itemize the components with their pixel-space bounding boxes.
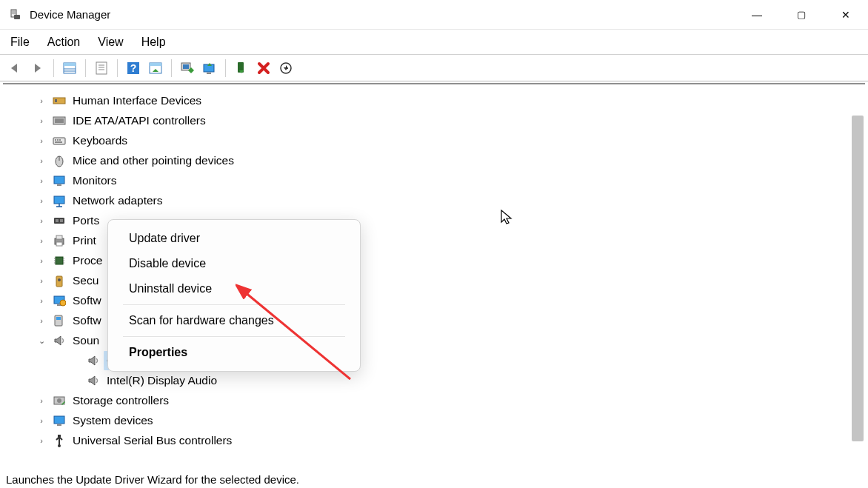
expand-icon[interactable]: › — [36, 195, 47, 207]
collapse-icon[interactable]: ⌄ — [36, 335, 47, 347]
keyboard-icon — [52, 133, 67, 148]
hid-icon — [52, 93, 67, 108]
minimize-button[interactable] — [735, 0, 779, 29]
storage-icon — [52, 393, 67, 408]
expand-icon[interactable]: › — [36, 135, 47, 147]
ide-icon — [52, 113, 67, 128]
tree-label: Mice and other pointing devices — [73, 151, 234, 170]
back-button[interactable] — [6, 59, 25, 78]
statusbar: Launches the Update Driver Wizard for th… — [0, 470, 868, 488]
menu-file[interactable]: File — [10, 36, 30, 49]
titlebar: Device Manager — [0, 0, 868, 30]
forward-button[interactable] — [28, 59, 47, 78]
expand-icon[interactable]: › — [36, 315, 47, 327]
svg-rect-7 — [96, 62, 107, 74]
svg-rect-28 — [59, 139, 61, 141]
tree-label: Soun — [73, 331, 99, 350]
tree-label: Network adapters — [73, 191, 162, 210]
svg-rect-18 — [207, 73, 211, 74]
tree-device[interactable]: Intel(R) Display Audio — [3, 370, 865, 390]
sound-dev-icon — [86, 373, 101, 388]
properties-button[interactable] — [92, 59, 111, 78]
expand-icon[interactable]: › — [36, 95, 47, 107]
close-button[interactable] — [824, 0, 868, 29]
expand-icon[interactable]: › — [36, 235, 47, 247]
scan-hardware-button[interactable] — [178, 59, 197, 78]
expander-spacer — [70, 355, 81, 367]
tree-label: Print — [73, 231, 96, 250]
security-icon — [52, 273, 67, 288]
expand-icon[interactable]: › — [36, 275, 47, 287]
tree-category[interactable]: ›System devices — [3, 410, 865, 430]
tree-label: Ports — [73, 211, 99, 230]
toolbar-separator — [225, 59, 226, 77]
tree-category[interactable]: ›Monitors — [3, 170, 865, 190]
ctx-scan-hardware[interactable]: Scan for hardware changes — [108, 308, 360, 333]
ctx-uninstall-device[interactable]: Uninstall device — [108, 276, 360, 301]
tree-category[interactable]: ›Storage controllers — [3, 390, 865, 410]
tree-label: Secu — [73, 271, 99, 290]
expand-icon[interactable]: › — [36, 415, 47, 427]
tree-label: Softw — [73, 291, 101, 310]
toolbar-separator — [53, 59, 54, 77]
sound-dev-icon — [86, 353, 101, 368]
tree-label: Human Interface Devices — [73, 91, 201, 110]
menu-view[interactable]: View — [98, 36, 123, 49]
usb-icon — [52, 433, 67, 448]
software-icon — [52, 293, 67, 308]
disable-device-button[interactable] — [276, 59, 296, 78]
status-text: Launches the Update Driver Wizard for th… — [6, 473, 299, 486]
ctx-separator — [123, 304, 345, 305]
svg-rect-58 — [57, 424, 61, 426]
expand-icon[interactable]: › — [36, 215, 47, 227]
tree-category[interactable]: ›Network adapters — [3, 190, 865, 210]
expand-icon[interactable]: › — [36, 395, 47, 407]
tree-category[interactable]: ›IDE ATA/ATAPI controllers — [3, 110, 865, 130]
toolbar: ? — [0, 55, 868, 81]
tree-category[interactable]: ›Keyboards — [3, 130, 865, 150]
window-title: Device Manager — [30, 8, 110, 21]
tree-label: Intel(R) Display Audio — [107, 371, 217, 390]
system-icon — [52, 413, 67, 428]
svg-rect-27 — [57, 139, 59, 141]
svg-rect-57 — [54, 416, 64, 424]
expand-icon[interactable]: › — [36, 255, 47, 267]
app-icon — [9, 8, 22, 21]
svg-rect-1 — [12, 10, 16, 14]
scrollbar-thumb[interactable] — [852, 116, 864, 441]
expand-icon[interactable]: › — [36, 435, 47, 447]
tree-category[interactable]: ›Human Interface Devices — [3, 90, 865, 110]
tree-category[interactable]: ›Mice and other pointing devices — [3, 150, 865, 170]
svg-rect-29 — [55, 141, 62, 143]
expand-icon[interactable]: › — [36, 155, 47, 167]
menu-help[interactable]: Help — [141, 36, 166, 49]
toolbar-separator — [85, 59, 86, 77]
svg-rect-60 — [58, 435, 61, 437]
show-hide-tree-button[interactable] — [60, 59, 79, 78]
ctx-disable-device[interactable]: Disable device — [108, 251, 360, 276]
vertical-scrollbar[interactable] — [852, 87, 864, 466]
expand-icon[interactable]: › — [36, 295, 47, 307]
svg-rect-24 — [55, 118, 64, 123]
tree-category[interactable]: ›Universal Serial Bus controllers — [3, 430, 865, 450]
enable-device-button[interactable] — [232, 59, 251, 78]
maximize-button[interactable] — [779, 0, 824, 29]
uninstall-device-button[interactable] — [254, 59, 273, 78]
mouse-icon — [52, 153, 67, 168]
update-driver-button[interactable] — [200, 59, 219, 78]
svg-rect-2 — [14, 15, 20, 19]
svg-rect-41 — [56, 257, 63, 264]
ctx-properties[interactable]: Properties — [108, 340, 360, 365]
action-button[interactable] — [146, 59, 165, 78]
svg-rect-36 — [56, 219, 59, 222]
expand-icon[interactable]: › — [36, 175, 47, 187]
help-button[interactable]: ? — [124, 59, 143, 78]
svg-rect-4 — [64, 63, 76, 66]
printer-icon — [52, 233, 67, 248]
menubar: File Action View Help — [0, 30, 868, 55]
svg-text:?: ? — [130, 62, 137, 74]
expand-icon[interactable]: › — [36, 115, 47, 127]
menu-action[interactable]: Action — [47, 36, 80, 49]
context-menu: Update driver Disable device Uninstall d… — [107, 219, 361, 372]
ctx-update-driver[interactable]: Update driver — [108, 226, 360, 251]
